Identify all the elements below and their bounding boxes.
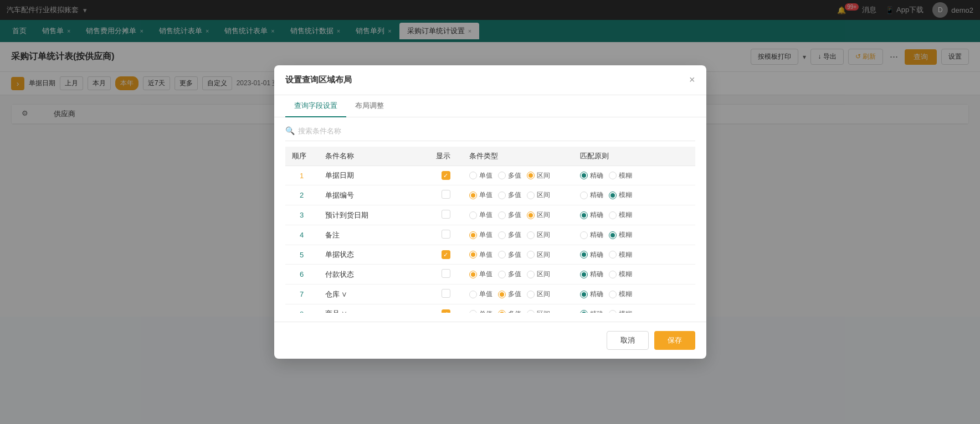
checkbox[interactable] [442,309,450,313]
radio-match-item[interactable]: 精确 [580,309,603,313]
radio-match-item[interactable]: 精确 [580,230,603,240]
search-bar: 🔍 [285,126,695,141]
checkbox[interactable] [442,210,450,219]
row-order: 5 [285,245,319,265]
row-name: 备注 [319,225,429,245]
checkbox[interactable] [442,230,450,239]
radio-dot [527,310,535,313]
radio-match-item[interactable]: 模糊 [609,210,632,220]
radio-label: 单值 [479,309,492,313]
radio-type-item[interactable]: 区间 [527,210,550,220]
row-name: 商品 ∨ [319,304,429,313]
radio-label: 单值 [479,230,492,240]
checkbox[interactable] [442,269,450,278]
radio-match-item[interactable]: 精确 [580,250,603,260]
radio-type-item[interactable]: 多值 [498,190,521,200]
radio-match-item[interactable]: 模糊 [609,230,632,240]
radio-match-item[interactable]: 模糊 [609,309,632,313]
radio-label: 单值 [479,171,492,180]
radio-label: 模糊 [619,250,632,260]
radio-dot [469,291,477,298]
radio-type-item[interactable]: 区间 [527,289,550,299]
checkbox[interactable] [442,171,450,180]
radio-type-item[interactable]: 区间 [527,230,550,240]
radio-type-item[interactable]: 多值 [498,171,521,180]
radio-label: 多值 [508,230,521,240]
search-icon: 🔍 [285,126,295,135]
radio-dot [527,271,535,278]
radio-label: 精确 [590,210,603,220]
row-display-checkbox[interactable] [429,245,463,265]
radio-dot [609,231,617,239]
radio-label: 区间 [537,230,550,240]
radio-match-item[interactable]: 模糊 [609,289,632,299]
dialog-close-button[interactable]: × [689,74,695,86]
radio-match-item[interactable]: 精确 [580,171,603,180]
radio-type-item[interactable]: 区间 [527,270,550,279]
th-name: 条件名称 [319,147,429,166]
row-match: 精确模糊 [573,285,695,304]
row-type: 单值多值区间 [463,304,573,313]
row-display-checkbox[interactable] [429,166,463,185]
radio-type-item[interactable]: 区间 [527,309,550,313]
radio-dot [498,211,506,219]
radio-match-item[interactable]: 精确 [580,270,603,279]
radio-dot [580,172,588,179]
radio-dot [609,192,617,199]
radio-type-item[interactable]: 多值 [498,289,521,299]
radio-type-item[interactable]: 多值 [498,210,521,220]
radio-match-item[interactable]: 精确 [580,210,603,220]
radio-match-item[interactable]: 模糊 [609,171,632,180]
tab-layout[interactable]: 布局调整 [346,95,393,117]
radio-type-item[interactable]: 单值 [469,190,492,200]
radio-type-item[interactable]: 单值 [469,230,492,240]
row-order: 3 [285,205,319,225]
tab-query-fields[interactable]: 查询字段设置 [285,95,346,117]
config-table: 顺序 条件名称 显示 条件类型 匹配原则 1单据日期单值多值区间精确模糊2单据编… [285,147,695,313]
config-table-scroll[interactable]: 顺序 条件名称 显示 条件类型 匹配原则 1单据日期单值多值区间精确模糊2单据编… [285,147,695,313]
checkbox[interactable] [442,190,450,199]
radio-dot [498,192,506,199]
radio-type-item[interactable]: 单值 [469,309,492,313]
radio-dot [469,172,477,179]
search-input[interactable] [298,127,695,135]
radio-match-item[interactable]: 模糊 [609,270,632,279]
radio-type-item[interactable]: 多值 [498,250,521,260]
radio-type-item[interactable]: 多值 [498,309,521,313]
radio-type-item[interactable]: 单值 [469,210,492,220]
radio-type-item[interactable]: 单值 [469,250,492,260]
radio-type-item[interactable]: 多值 [498,230,521,240]
radio-match-item[interactable]: 模糊 [609,190,632,200]
radio-label: 单值 [479,210,492,220]
radio-type-item[interactable]: 区间 [527,190,550,200]
row-type: 单值多值区间 [463,205,573,225]
row-display-checkbox[interactable] [429,185,463,205]
radio-type-item[interactable]: 区间 [527,250,550,260]
radio-dot [469,231,477,239]
table-row: 4备注单值多值区间精确模糊 [285,225,695,245]
row-display-checkbox[interactable] [429,285,463,304]
radio-type-item[interactable]: 区间 [527,171,550,180]
row-name: 单据日期 [319,166,429,185]
radio-match-item[interactable]: 模糊 [609,250,632,260]
row-display-checkbox[interactable] [429,265,463,285]
row-display-checkbox[interactable] [429,225,463,245]
radio-label: 多值 [508,270,521,279]
checkbox[interactable] [442,289,450,298]
row-display-checkbox[interactable] [429,304,463,313]
radio-type-item[interactable]: 单值 [469,289,492,299]
radio-match-item[interactable]: 精确 [580,190,603,200]
radio-label: 精确 [590,171,603,180]
radio-label: 多值 [508,250,521,260]
radio-type-item[interactable]: 单值 [469,171,492,180]
radio-label: 多值 [508,309,521,313]
settings-dialog: 设置查询区域布局 × 查询字段设置 布局调整 🔍 顺序 [274,65,706,317]
radio-type-item[interactable]: 单值 [469,270,492,279]
radio-match-item[interactable]: 精确 [580,289,603,299]
radio-dot [527,211,535,219]
row-type: 单值多值区间 [463,285,573,304]
checkbox[interactable] [442,250,450,259]
row-type: 单值多值区间 [463,245,573,265]
row-display-checkbox[interactable] [429,205,463,225]
radio-type-item[interactable]: 多值 [498,270,521,279]
